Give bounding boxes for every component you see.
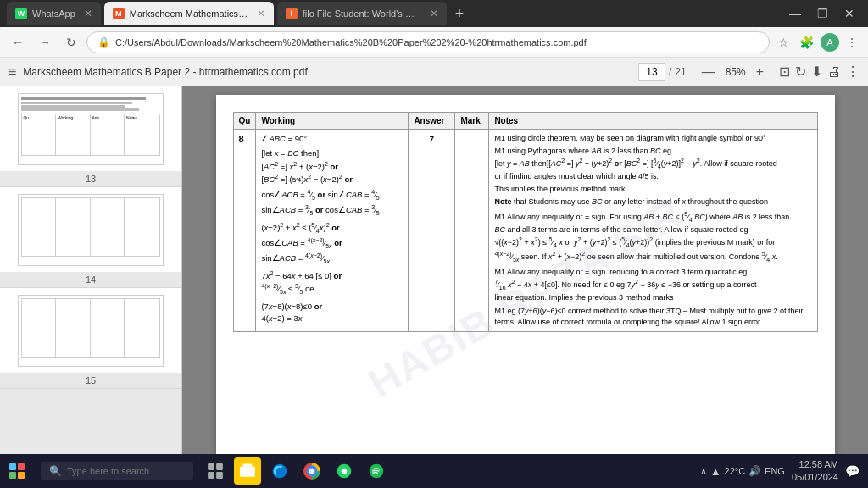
pdf-download-button[interactable]: ⬇ xyxy=(811,64,822,80)
spotify-button[interactable] xyxy=(363,458,390,485)
tab-label-filo: filo Filo Student: World's Only | xyxy=(303,8,421,19)
sidebar-page-15[interactable]: 15 xyxy=(0,288,181,389)
svg-rect-1 xyxy=(216,463,223,470)
pdf-right-actions: ⊡ ↻ ⬇ 🖨 ⋮ xyxy=(779,64,860,80)
temperature-display: 22°C xyxy=(725,466,746,476)
svg-rect-3 xyxy=(216,472,223,479)
tab-markscheme[interactable]: M Markscheem Mathematics B Pa... ✕ xyxy=(104,2,274,25)
sidebar-thumb-14 xyxy=(0,187,181,272)
edge-button[interactable] xyxy=(266,458,293,485)
extensions-button[interactable]: 🧩 xyxy=(796,34,817,51)
pdf-page-info: / 21 xyxy=(638,63,687,81)
search-input[interactable] xyxy=(67,466,177,476)
toolbar-actions: ☆ 🧩 A ⋮ xyxy=(775,33,861,52)
pdf-refresh-button[interactable]: ↻ xyxy=(795,64,806,80)
nav-toolbar: ← → ↻ 🔒 C:/Users/Abdul/Downloads/Marksch… xyxy=(0,27,868,58)
window-controls: — ❐ ✕ xyxy=(783,5,861,22)
col-header-notes: Notes xyxy=(489,113,817,130)
pdf-page-separator: / xyxy=(669,66,671,78)
col-header-qu: Qu xyxy=(233,113,256,130)
pdf-toolbar: ≡ Markscheem Mathematics B Paper 2 - htr… xyxy=(0,58,868,86)
pdf-zoom-in-button[interactable]: + xyxy=(756,64,764,80)
language-indicator[interactable]: ENG xyxy=(765,466,785,476)
tab-close-markscheme[interactable]: ✕ xyxy=(257,8,265,19)
back-button[interactable]: ← xyxy=(7,34,29,51)
forward-button[interactable]: → xyxy=(34,34,56,51)
tab-favicon-whatsapp: W xyxy=(15,8,27,19)
tab-favicon-markscheme: M xyxy=(113,8,125,19)
profile-button[interactable]: A xyxy=(821,33,839,52)
sidebar-thumb-15 xyxy=(0,288,181,373)
taskbar-right: ∧ ▲ 22°C 🔊 ENG 12:58 AM 05/01/2024 💬 xyxy=(700,458,868,485)
marks-table: Qu Working Answer Mark Notes 8 ∠ABC = 90… xyxy=(233,112,818,332)
start-button[interactable] xyxy=(0,454,34,488)
sidebar-page-13[interactable]: Qu Working Ans Notes 13 xyxy=(0,86,181,187)
pdf-page: HABIB RAZA SIR Qu Working Answer Mark No… xyxy=(216,95,835,455)
tab-filo[interactable]: f filo Filo Student: World's Only | ✕ xyxy=(277,2,447,25)
pdf-fit-button[interactable]: ⊡ xyxy=(779,64,790,80)
whatsapp-button[interactable] xyxy=(331,458,358,485)
col-header-mark: Mark xyxy=(455,113,489,130)
minimize-button[interactable]: — xyxy=(783,5,807,22)
date-display: 05/01/2024 xyxy=(792,471,838,484)
clock[interactable]: 12:58 AM 05/01/2024 xyxy=(792,458,838,485)
pdf-page-input[interactable] xyxy=(638,63,665,81)
notification-button[interactable]: 💬 xyxy=(845,464,860,478)
pdf-page-total: 21 xyxy=(675,66,686,78)
taskbar-app-icons xyxy=(202,458,390,485)
pdf-more-button[interactable]: ⋮ xyxy=(846,64,860,80)
svg-rect-0 xyxy=(208,463,214,470)
sidebar-num-15: 15 xyxy=(0,373,181,388)
browser-window: W WhatsApp ✕ M Markscheem Mathematics B … xyxy=(0,0,868,455)
tab-close-filo[interactable]: ✕ xyxy=(430,8,438,19)
table-row: 8 ∠ABC = 90° [let x = BC then] [AC2 =] x… xyxy=(233,130,817,332)
windows-icon xyxy=(9,463,25,479)
pdf-zoom-controls: — 85% + xyxy=(702,64,764,80)
svg-rect-2 xyxy=(208,472,214,479)
sidebar-thumb-13: Qu Working Ans Notes xyxy=(0,86,181,171)
temp-value: 22°C xyxy=(725,466,746,476)
close-button[interactable]: ✕ xyxy=(837,5,861,22)
address-text: C:/Users/Abdul/Downloads/Markscheem%20Ma… xyxy=(115,37,759,47)
svg-point-6 xyxy=(309,469,315,474)
network-icon[interactable]: ∧ xyxy=(700,466,707,477)
thumb-preview-13: Qu Working Ans Notes xyxy=(18,93,163,165)
maximize-button[interactable]: ❐ xyxy=(810,5,834,22)
cell-mark xyxy=(455,130,489,332)
cell-notes: M1 using circle theorem. May be seen on … xyxy=(489,130,817,332)
sidebar-num-14: 14 xyxy=(0,272,181,287)
time-display: 12:58 AM xyxy=(792,458,838,471)
reload-button[interactable]: ↻ xyxy=(61,34,81,51)
pdf-content-area[interactable]: HABIB RAZA SIR Qu Working Answer Mark No… xyxy=(182,86,868,455)
cell-qu: 8 xyxy=(233,130,256,332)
cell-working: ∠ABC = 90° [let x = BC then] [AC2 =] x2 … xyxy=(256,130,409,332)
volume-icon[interactable]: 🔊 xyxy=(748,465,761,477)
pdf-menu-button[interactable]: ≡ xyxy=(8,64,16,80)
sidebar-page-14[interactable]: 14 xyxy=(0,187,181,288)
col-header-working: Working xyxy=(256,113,409,130)
more-button[interactable]: ⋮ xyxy=(843,34,861,51)
tab-whatsapp[interactable]: W WhatsApp ✕ xyxy=(7,2,101,25)
bookmark-button[interactable]: ☆ xyxy=(775,34,793,51)
tab-close-whatsapp[interactable]: ✕ xyxy=(84,8,92,19)
search-icon: 🔍 xyxy=(49,465,62,477)
pdf-zoom-out-button[interactable]: — xyxy=(702,64,715,80)
thumb-preview-14 xyxy=(18,194,163,266)
new-tab-button[interactable]: + xyxy=(455,5,465,23)
file-explorer-button[interactable] xyxy=(234,458,261,485)
pdf-zoom-value: 85% xyxy=(719,66,753,78)
svg-rect-4 xyxy=(240,466,255,476)
wifi-icon[interactable]: ▲ xyxy=(710,465,721,478)
thumb-preview-15 xyxy=(18,295,163,367)
chrome-button[interactable] xyxy=(298,458,326,485)
address-lock-icon: 🔒 xyxy=(97,36,110,48)
taskview-button[interactable] xyxy=(202,458,229,485)
col-header-answer: Answer xyxy=(409,113,455,130)
pdf-title: Markscheem Mathematics B Paper 2 - htrma… xyxy=(23,66,307,78)
pdf-print-button[interactable]: 🖨 xyxy=(827,64,841,80)
taskbar: 🔍 ∧ ▲ 22°C 🔊 ENG xyxy=(0,454,868,488)
address-bar[interactable]: 🔒 C:/Users/Abdul/Downloads/Markscheem%20… xyxy=(86,31,770,53)
cell-answer: 7 xyxy=(409,130,455,332)
content-area: Qu Working Ans Notes 13 xyxy=(0,86,868,455)
taskbar-search[interactable]: 🔍 xyxy=(41,462,193,480)
